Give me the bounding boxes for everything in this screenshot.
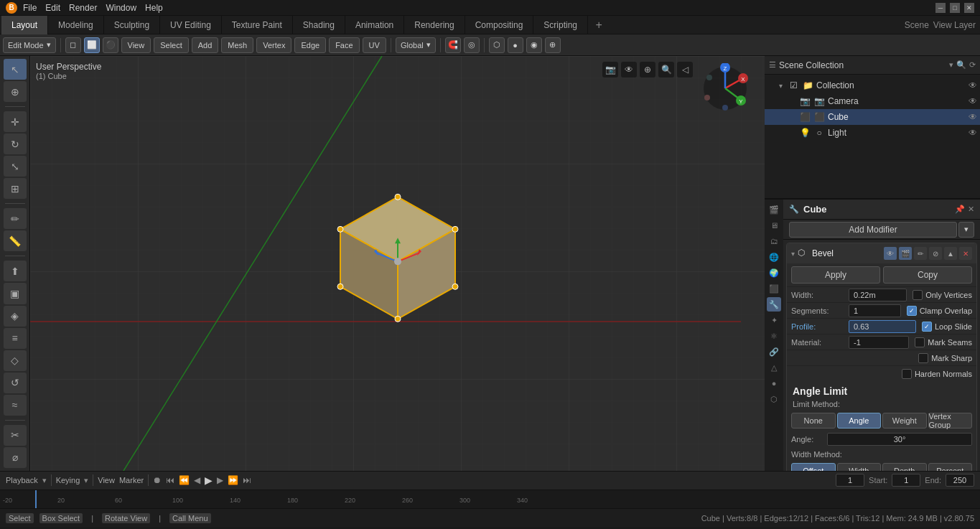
prop-tab-world[interactable]: 🌍	[767, 266, 781, 280]
prop-tab-object[interactable]: ⬛	[767, 281, 781, 296]
tool-scale[interactable]: ⤡	[4, 156, 27, 177]
tab-sculpting[interactable]: Sculpting	[104, 16, 160, 34]
menu-file[interactable]: File	[23, 3, 37, 13]
play-btn-next[interactable]: ▶	[217, 475, 223, 485]
harden-normals-checkbox[interactable]	[902, 369, 912, 379]
call-menu-hint[interactable]: Call Menu	[169, 513, 211, 523]
material-value[interactable]: -1	[849, 336, 909, 349]
win-minimize[interactable]: ─	[935, 3, 946, 13]
bevel-up-icon[interactable]: ▲	[944, 247, 957, 260]
select-btn[interactable]: Select	[154, 37, 189, 53]
tool-loop-cut[interactable]: ≡	[4, 328, 27, 349]
keying-menu[interactable]: Keying	[56, 476, 80, 484]
tree-item-camera[interactable]: ▶ 📷 📷 Camera 👁	[765, 93, 980, 109]
tool-bevel[interactable]: ◈	[4, 306, 27, 327]
prop-tab-object-data[interactable]: △	[767, 360, 781, 375]
limit-none-tab[interactable]: None	[791, 413, 836, 429]
collection-visibility-checkbox[interactable]: ☑	[788, 80, 799, 91]
tab-compositing[interactable]: Compositing	[465, 16, 534, 34]
prop-tab-modifiers[interactable]: 🔧	[767, 297, 781, 312]
scene-selector[interactable]: Scene	[905, 20, 929, 30]
tab-rendering[interactable]: Rendering	[404, 16, 465, 34]
view-btn[interactable]: View	[121, 37, 151, 53]
menu-edit[interactable]: Edit	[45, 3, 60, 13]
proportional-edit[interactable]: ◎	[464, 37, 480, 53]
viewport[interactable]: User Perspective (1) Cube	[30, 56, 765, 471]
tool-extrude[interactable]: ⬆	[4, 261, 27, 281]
prop-close-icon[interactable]: ✕	[968, 205, 974, 214]
prop-tab-shader[interactable]: ⬡	[767, 392, 781, 406]
play-btn-play[interactable]: ▶	[205, 474, 213, 486]
width-width-tab[interactable]: Width	[837, 463, 882, 471]
start-frame[interactable]: 1	[892, 474, 920, 487]
outliner-sync-icon[interactable]: ⟳	[969, 60, 976, 70]
win-maximize[interactable]: □	[950, 3, 960, 13]
clamp-overlap-checkbox[interactable]: ✓	[907, 306, 917, 316]
tab-scripting[interactable]: Scripting	[533, 16, 588, 34]
view-mode-material[interactable]: ⚫	[103, 37, 118, 53]
tab-modeling[interactable]: Modeling	[48, 16, 104, 34]
angle-value[interactable]: 30°	[827, 433, 972, 446]
add-modifier-button[interactable]: Add Modifier	[789, 222, 957, 238]
width-value[interactable]: 0.22m	[849, 289, 907, 301]
play-btn-next-keyframe[interactable]: ⏩	[228, 475, 238, 485]
edge-btn[interactable]: Edge	[294, 37, 326, 53]
vertex-btn[interactable]: Vertex	[256, 37, 291, 53]
transform-dropdown[interactable]: Global ▾	[396, 37, 436, 53]
add-modifier-dropdown[interactable]: ▾	[958, 222, 974, 238]
profile-value[interactable]: 0.63	[849, 320, 916, 333]
prop-tab-material[interactable]: ●	[767, 376, 781, 390]
view-mode-wireframe[interactable]: ⬜	[84, 37, 100, 53]
prop-tab-constraints[interactable]: 🔗	[767, 345, 781, 359]
play-btn-end[interactable]: ⏭	[243, 475, 251, 485]
rotate-view-hint[interactable]: Rotate View	[102, 513, 150, 523]
view-mode-solid[interactable]: ◻	[65, 37, 81, 53]
bevel-editmode-icon[interactable]: ✏	[914, 247, 927, 260]
loop-slide-checkbox[interactable]: ✓	[922, 322, 932, 332]
outliner-search-icon[interactable]: 🔍	[956, 60, 966, 70]
prop-tab-particles[interactable]: ✦	[767, 313, 781, 327]
tree-item-light[interactable]: ▶ 💡 ○ Light 👁	[765, 125, 980, 141]
tab-texture-paint[interactable]: Texture Paint	[222, 16, 293, 34]
tool-spin[interactable]: ↺	[4, 373, 27, 393]
tool-transform[interactable]: ⊞	[4, 178, 27, 199]
viewport-search-icon[interactable]: 🔍	[658, 62, 674, 78]
prop-pin-icon[interactable]: 📌	[955, 205, 965, 214]
width-percent-tab[interactable]: Percent	[928, 463, 973, 471]
tab-animation[interactable]: Animation	[345, 16, 404, 34]
tool-rotate[interactable]: ↻	[4, 134, 27, 154]
viewport-gizmo-widget[interactable]: X Y Z	[700, 63, 757, 121]
box-select-hint[interactable]: Box Select	[39, 513, 83, 523]
outliner-filter-icon[interactable]: ▾	[949, 60, 953, 70]
copy-button[interactable]: Copy	[883, 266, 972, 284]
bevel-render-icon[interactable]: 🎬	[899, 247, 912, 260]
viewport-overlay[interactable]: ◉	[526, 37, 542, 53]
apply-button[interactable]: Apply	[791, 266, 880, 284]
limit-angle-tab[interactable]: Angle	[837, 413, 882, 429]
bevel-collapse-arrow[interactable]: ▾	[791, 250, 795, 258]
menu-window[interactable]: Window	[106, 3, 136, 13]
playback-menu[interactable]: Playback	[6, 476, 38, 484]
viewport-cursor-icon[interactable]: ⊕	[640, 62, 655, 78]
win-close[interactable]: ✕	[964, 3, 974, 13]
prop-tab-scene[interactable]: 🌐	[767, 250, 781, 264]
cube-eye-icon[interactable]: 👁	[969, 112, 977, 122]
limit-vertex-group-tab[interactable]: Vertex Group	[928, 413, 973, 429]
current-frame[interactable]: 1	[836, 474, 864, 487]
viewport-shading[interactable]: ●	[508, 37, 523, 53]
view-layer-selector[interactable]: View Layer	[933, 20, 976, 30]
play-btn-prev-keyframe[interactable]: ⏪	[179, 475, 190, 485]
mark-seams-checkbox[interactable]	[915, 337, 925, 347]
menu-render[interactable]: Render	[69, 3, 97, 13]
bevel-realtime-icon[interactable]: 👁	[884, 247, 897, 260]
tab-shading[interactable]: Shading	[293, 16, 345, 34]
prop-tab-physics[interactable]: ⚛	[767, 329, 781, 343]
tree-item-cube[interactable]: ▶ ⬛ ⬛ Cube 👁	[765, 109, 980, 125]
tool-cursor[interactable]: ⊕	[4, 81, 27, 102]
tool-knife[interactable]: ✂	[4, 425, 27, 446]
viewport-gizmo[interactable]: ⊕	[545, 37, 561, 53]
tool-inset[interactable]: ▣	[4, 283, 27, 304]
play-btn-start[interactable]: ⏮	[166, 475, 174, 485]
tool-annotate[interactable]: ✏	[4, 208, 27, 229]
width-offset-tab[interactable]: Offset	[791, 463, 836, 471]
